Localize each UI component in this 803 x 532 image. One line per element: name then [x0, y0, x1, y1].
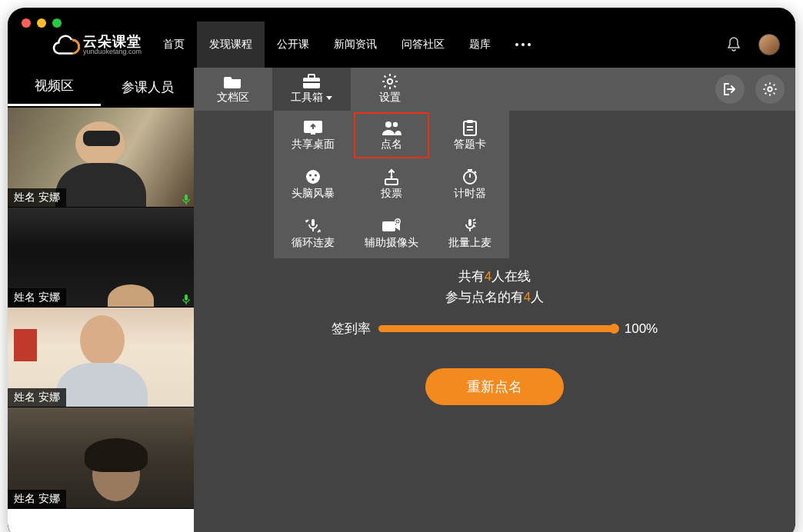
- svg-line-22: [765, 93, 767, 95]
- svg-point-35: [390, 175, 392, 178]
- mic-on-icon: [180, 193, 192, 205]
- logo-title: 云朵课堂: [83, 35, 142, 48]
- participant-name: 姓名 安娜: [8, 388, 66, 407]
- fullscreen-window-button[interactable]: [52, 18, 62, 28]
- nav-news[interactable]: 新闻资讯: [322, 22, 389, 68]
- mic-on-icon: [180, 293, 192, 305]
- cloud-icon: [52, 33, 80, 56]
- svg-line-10: [385, 76, 386, 78]
- batch-mic-icon: [461, 218, 478, 234]
- svg-rect-41: [382, 221, 395, 231]
- svg-rect-4: [303, 81, 320, 83]
- svg-rect-45: [468, 219, 471, 226]
- svg-line-19: [765, 85, 767, 86]
- toolbox-item-label: 点名: [381, 138, 402, 151]
- window-controls: [22, 18, 62, 28]
- svg-rect-0: [185, 195, 188, 201]
- toolbox-aux-camera[interactable]: 辅助摄像头: [352, 209, 431, 258]
- content-toolbar: 文档区 工具箱 设置: [194, 68, 795, 111]
- svg-point-5: [388, 79, 392, 84]
- svg-rect-1: [185, 294, 188, 301]
- svg-point-33: [312, 178, 314, 181]
- nav-question-bank[interactable]: 题库: [457, 22, 503, 68]
- close-window-button[interactable]: [22, 18, 31, 28]
- video-list: 姓名 安娜 姓名 安娜 姓名 安娜: [8, 108, 194, 532]
- checkin-rate-value: 100%: [625, 321, 658, 337]
- brainstorm-icon: [305, 168, 322, 185]
- svg-point-31: [309, 174, 312, 176]
- tab-participants[interactable]: 参课人员: [101, 68, 194, 106]
- svg-point-14: [768, 87, 771, 91]
- top-bar: 云朵课堂 yunduoketang.com 首页 发现课程 公开课 新闻资讯 问…: [8, 22, 795, 68]
- toolbox-item-label: 共享桌面: [292, 138, 335, 151]
- toolbox-item-label: 批量上麦: [448, 236, 491, 250]
- tool-settings[interactable]: 设置: [351, 68, 429, 111]
- exit-button[interactable]: [715, 75, 745, 104]
- checkin-rate-label: 签到率: [332, 320, 371, 337]
- svg-line-20: [774, 93, 775, 95]
- loop-mic-icon: [304, 218, 322, 234]
- nav-qa-community[interactable]: 问答社区: [389, 22, 457, 68]
- rollcall-count-line: 参与点名的有4人: [445, 288, 544, 306]
- toolbox-vote[interactable]: 投票: [352, 160, 431, 209]
- chevron-down-icon: [326, 96, 332, 100]
- folder-icon: [224, 74, 242, 89]
- toolbox-loop-mic[interactable]: 循环连麦: [274, 209, 352, 258]
- video-tile-empty: [8, 509, 194, 532]
- tool-label: 工具箱: [291, 91, 323, 105]
- left-panel: 视频区 参课人员 姓名 安娜 姓名 安娜: [8, 68, 194, 532]
- svg-point-24: [385, 121, 392, 128]
- online-count-line: 共有4人在线: [458, 268, 531, 285]
- toolbox-timer[interactable]: 计时器: [431, 160, 509, 209]
- toolbox-item-label: 答题卡: [454, 138, 486, 151]
- tab-video-area[interactable]: 视频区: [8, 68, 101, 106]
- camera-plus-icon: [382, 218, 402, 234]
- svg-rect-27: [467, 120, 473, 123]
- redo-rollcall-button[interactable]: 重新点名: [425, 368, 564, 405]
- settings-button[interactable]: [755, 75, 785, 104]
- svg-point-32: [315, 174, 317, 176]
- video-tile[interactable]: 姓名 安娜: [8, 108, 194, 208]
- toolbox-item-label: 头脑风暴: [292, 187, 335, 201]
- logo-subtitle: yunduoketang.com: [83, 48, 142, 55]
- user-avatar[interactable]: [758, 34, 780, 55]
- toolbox-share-screen[interactable]: 共享桌面: [274, 111, 352, 160]
- checkin-rate-row: 签到率 100%: [332, 320, 658, 337]
- video-tile[interactable]: 姓名 安娜: [8, 407, 194, 509]
- timer-icon: [461, 168, 478, 185]
- video-tile[interactable]: 姓名 安娜: [8, 308, 194, 407]
- tool-toolbox[interactable]: 工具箱: [272, 68, 351, 111]
- svg-point-25: [393, 122, 398, 127]
- toolbox-answer-card[interactable]: 答题卡: [431, 111, 509, 160]
- bell-icon: [726, 36, 741, 53]
- svg-line-11: [394, 85, 395, 87]
- clipboard-icon: [462, 119, 478, 136]
- minimize-window-button[interactable]: [37, 18, 46, 28]
- toolbox-batch-mic[interactable]: 批量上麦: [431, 209, 509, 258]
- toolbox-roll-call[interactable]: 点名: [352, 111, 431, 160]
- svg-point-30: [306, 170, 320, 184]
- app-window: 云朵课堂 yunduoketang.com 首页 发现课程 公开课 新闻资讯 问…: [8, 8, 795, 532]
- svg-rect-34: [385, 179, 398, 185]
- vote-icon: [384, 168, 399, 185]
- toolbox-item-label: 投票: [381, 187, 402, 201]
- nav-more-button[interactable]: [503, 22, 543, 68]
- people-icon: [382, 119, 402, 136]
- checkin-progress-bar: [378, 325, 617, 332]
- tool-documents[interactable]: 文档区: [194, 68, 272, 111]
- svg-line-13: [385, 85, 386, 87]
- toolbox-item-label: 循环连麦: [292, 236, 335, 250]
- nav-open-courses[interactable]: 公开课: [265, 22, 322, 68]
- share-screen-icon: [303, 119, 323, 136]
- notifications-button[interactable]: [726, 36, 741, 53]
- toolbox-item-label: 计时器: [454, 187, 486, 201]
- nav-discover-courses[interactable]: 发现课程: [197, 22, 265, 68]
- logo[interactable]: 云朵课堂 yunduoketang.com: [52, 33, 142, 56]
- toolbox-brainstorm[interactable]: 头脑风暴: [274, 160, 352, 209]
- svg-line-12: [394, 76, 395, 78]
- video-tile[interactable]: 姓名 安娜: [8, 208, 194, 308]
- nav-home[interactable]: 首页: [151, 22, 197, 68]
- left-tabs: 视频区 参课人员: [8, 68, 194, 108]
- main-body: 视频区 参课人员 姓名 安娜 姓名 安娜: [8, 68, 795, 532]
- participant-name: 姓名 安娜: [8, 288, 66, 307]
